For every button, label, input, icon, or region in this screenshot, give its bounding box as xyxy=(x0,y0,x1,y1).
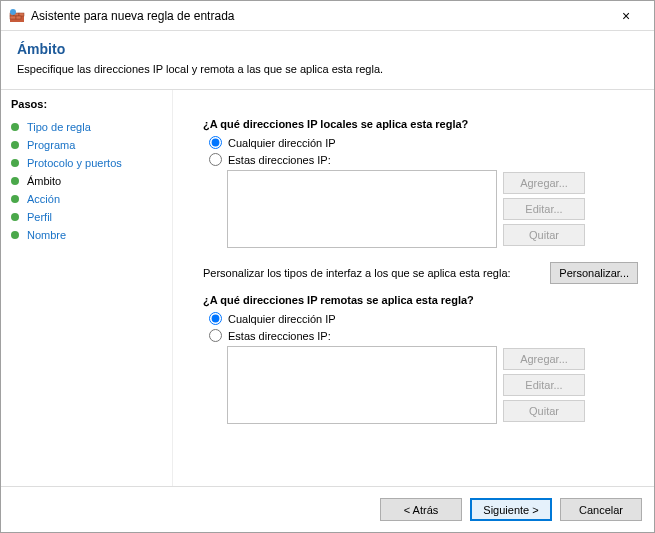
personalize-text: Personalizar los tipos de interfaz a los… xyxy=(203,267,540,279)
remote-these-ip-radio[interactable]: Estas direcciones IP: xyxy=(209,329,638,342)
step-item[interactable]: Tipo de regla xyxy=(11,118,162,136)
remote-any-ip-input[interactable] xyxy=(209,312,222,325)
step-label: Protocolo y puertos xyxy=(27,157,122,169)
local-these-ip-input[interactable] xyxy=(209,153,222,166)
svg-point-6 xyxy=(10,9,16,15)
page-subtitle: Especifique las direcciones IP local y r… xyxy=(17,63,638,75)
step-bullet-icon xyxy=(11,177,19,185)
step-bullet-icon xyxy=(11,213,19,221)
step-item[interactable]: Programa xyxy=(11,136,162,154)
main-panel: ¿A qué direcciones IP locales se aplica … xyxy=(173,90,654,486)
titlebar: Asistente para nueva regla de entrada × xyxy=(1,1,654,31)
close-icon: × xyxy=(622,8,630,24)
remote-these-ip-label: Estas direcciones IP: xyxy=(228,330,331,342)
remote-these-ip-input[interactable] xyxy=(209,329,222,342)
remote-add-button[interactable]: Agregar... xyxy=(503,348,585,370)
next-button[interactable]: Siguiente > xyxy=(470,498,552,521)
svg-rect-4 xyxy=(10,16,16,19)
step-label: Programa xyxy=(27,139,75,151)
local-ip-question: ¿A qué direcciones IP locales se aplica … xyxy=(203,118,638,130)
local-these-ip-label: Estas direcciones IP: xyxy=(228,154,331,166)
step-label: Tipo de regla xyxy=(27,121,91,133)
step-item[interactable]: Nombre xyxy=(11,226,162,244)
step-bullet-icon xyxy=(11,159,19,167)
step-label: Perfil xyxy=(27,211,52,223)
svg-rect-5 xyxy=(16,16,21,19)
local-these-ip-radio[interactable]: Estas direcciones IP: xyxy=(209,153,638,166)
remote-ip-box: Agregar... Editar... Quitar xyxy=(227,346,638,424)
remote-ip-list[interactable] xyxy=(227,346,497,424)
remote-any-ip-label: Cualquier dirección IP xyxy=(228,313,336,325)
remote-remove-button[interactable]: Quitar xyxy=(503,400,585,422)
step-bullet-icon xyxy=(11,123,19,131)
step-bullet-icon xyxy=(11,141,19,149)
local-ip-buttons: Agregar... Editar... Quitar xyxy=(503,172,585,248)
local-any-ip-input[interactable] xyxy=(209,136,222,149)
local-edit-button[interactable]: Editar... xyxy=(503,198,585,220)
remote-edit-button[interactable]: Editar... xyxy=(503,374,585,396)
body: Pasos: Tipo de reglaProgramaProtocolo y … xyxy=(1,90,654,486)
window-title: Asistente para nueva regla de entrada xyxy=(31,9,606,23)
step-bullet-icon xyxy=(11,195,19,203)
local-any-ip-label: Cualquier dirección IP xyxy=(228,137,336,149)
steps-sidebar: Pasos: Tipo de reglaProgramaProtocolo y … xyxy=(1,90,173,486)
remote-ip-buttons: Agregar... Editar... Quitar xyxy=(503,348,585,424)
cancel-button[interactable]: Cancelar xyxy=(560,498,642,521)
local-ip-list[interactable] xyxy=(227,170,497,248)
back-button[interactable]: < Atrás xyxy=(380,498,462,521)
step-label: Acción xyxy=(27,193,60,205)
header: Ámbito Especifique las direcciones IP lo… xyxy=(1,31,654,90)
remote-ip-question: ¿A qué direcciones IP remotas se aplica … xyxy=(203,294,638,306)
step-item[interactable]: Protocolo y puertos xyxy=(11,154,162,172)
step-bullet-icon xyxy=(11,231,19,239)
step-item[interactable]: Ámbito xyxy=(11,172,162,190)
local-add-button[interactable]: Agregar... xyxy=(503,172,585,194)
remote-any-ip-radio[interactable]: Cualquier dirección IP xyxy=(209,312,638,325)
personalize-button[interactable]: Personalizar... xyxy=(550,262,638,284)
firewall-icon xyxy=(9,8,25,24)
step-label: Ámbito xyxy=(27,175,61,187)
personalize-row: Personalizar los tipos de interfaz a los… xyxy=(203,262,638,284)
footer: < Atrás Siguiente > Cancelar xyxy=(1,486,654,532)
page-title: Ámbito xyxy=(17,41,638,57)
step-item[interactable]: Perfil xyxy=(11,208,162,226)
local-ip-box: Agregar... Editar... Quitar xyxy=(227,170,638,248)
svg-rect-3 xyxy=(19,13,24,16)
local-remove-button[interactable]: Quitar xyxy=(503,224,585,246)
step-label: Nombre xyxy=(27,229,66,241)
steps-title: Pasos: xyxy=(11,98,162,110)
local-any-ip-radio[interactable]: Cualquier dirección IP xyxy=(209,136,638,149)
wizard-window: Asistente para nueva regla de entrada × … xyxy=(0,0,655,533)
step-item[interactable]: Acción xyxy=(11,190,162,208)
close-button[interactable]: × xyxy=(606,2,646,30)
